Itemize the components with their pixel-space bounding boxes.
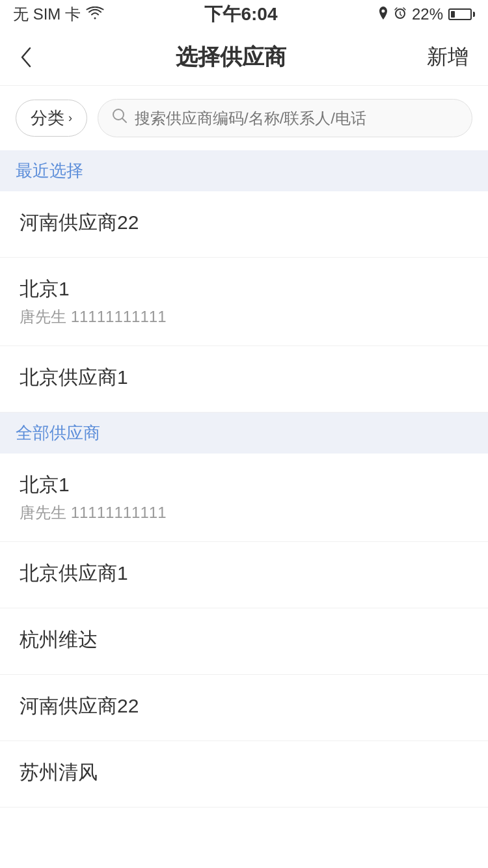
wifi-icon [86,5,104,23]
add-button[interactable]: 新增 [427,43,468,72]
search-icon [111,107,128,129]
list-item[interactable]: 苏州清风 [0,741,488,807]
battery-icon [448,8,475,20]
list-item[interactable]: 北京1唐先生 11111111111 [0,454,488,542]
chevron-right-icon: › [68,111,72,125]
item-contact: 唐先生 11111111111 [20,306,468,327]
category-button[interactable]: 分类 › [16,100,87,137]
list-item[interactable]: 北京供应商1 [0,346,488,413]
status-right: 22% [378,5,475,23]
item-name: 北京供应商1 [20,560,468,587]
list-item[interactable]: 河南供应商22 [0,675,488,741]
filter-bar: 分类 › [0,86,488,150]
list-item[interactable]: 杭州维达 [0,608,488,675]
alarm-icon [394,5,407,23]
nav-bar: 选择供应商 新增 [0,29,488,86]
item-name: 苏州清风 [20,759,468,786]
section-header-recent: 最近选择 [0,150,488,191]
list-item[interactable]: 北京1唐先生 11111111111 [0,258,488,346]
item-name: 河南供应商22 [20,210,468,236]
item-name: 河南供应商22 [20,693,468,720]
section-header-all: 全部供应商 [0,413,488,454]
status-bar: 无 SIM 卡 下午6:04 22% [0,0,488,29]
status-time: 下午6:04 [204,2,277,27]
sim-status: 无 SIM 卡 [13,4,81,25]
location-icon [378,5,388,23]
search-input[interactable] [135,109,459,128]
search-box[interactable] [98,99,472,137]
category-label: 分类 [31,107,64,129]
list-item[interactable]: 河南供应商22 [0,191,488,258]
item-name: 杭州维达 [20,627,468,653]
item-name: 北京1 [20,276,468,303]
battery-percent: 22% [412,5,443,23]
back-button[interactable] [20,44,35,70]
sections-container: 最近选择河南供应商22北京1唐先生 11111111111北京供应商1全部供应商… [0,150,488,807]
list-item[interactable]: 北京供应商1 [0,542,488,608]
status-left: 无 SIM 卡 [13,4,104,25]
item-name: 北京1 [20,472,468,498]
item-name: 北京供应商1 [20,364,468,391]
page-title: 选择供应商 [176,42,286,72]
item-contact: 唐先生 11111111111 [20,502,468,523]
